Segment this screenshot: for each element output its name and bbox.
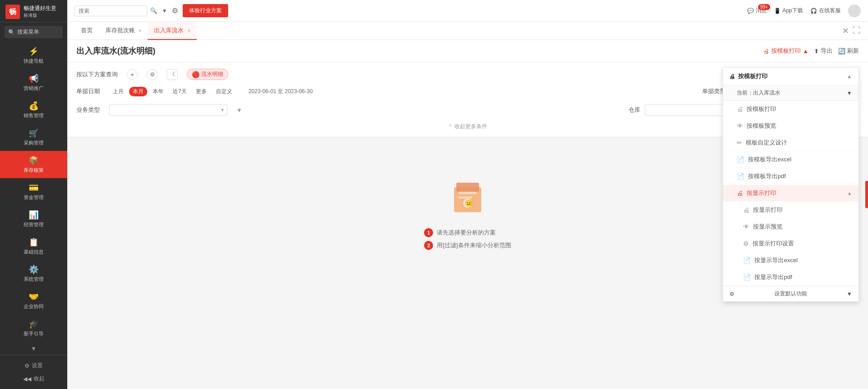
filter-collapse-button[interactable]: 《: [167, 69, 178, 80]
date-tab-this-month[interactable]: 本月: [129, 87, 147, 96]
biz-type-select-wrapper: [109, 104, 227, 116]
search-menu-button[interactable]: 🔍 搜索菜单: [5, 26, 63, 38]
tab-expand: ✕ ⛶: [842, 26, 861, 36]
sidebar-item-system[interactable]: ⚙️ 系统管理: [0, 260, 67, 287]
dropdown-item-display-print-settings[interactable]: ⚙ 按显示打印设置: [723, 235, 858, 252]
customer-service-button[interactable]: 🎧 在线客服: [810, 7, 841, 15]
topbar-search-icon[interactable]: 🔍: [150, 7, 157, 14]
topbar-search: 🔍: [75, 5, 157, 16]
biz-type-dropdown-icon[interactable]: ▼: [236, 107, 242, 114]
sidebar-scroll-down-button[interactable]: ▼: [0, 342, 67, 355]
dropdown-current-item[interactable]: 当前：出入库流水 ▼: [723, 85, 858, 101]
sidebar-item-finance[interactable]: 💳 资金管理: [0, 178, 67, 205]
empty-steps: 1 请先选择要分析的方案 2 用[过滤]条件来缩小分析范围: [424, 228, 511, 250]
dropdown-footer-settings-icon: ⚙: [729, 291, 734, 297]
filter-flow-detail-tag[interactable]: 🔴 流水明细: [187, 69, 228, 80]
dropdown-pdf-icon-1: 📄: [737, 173, 744, 180]
dropdown-item-display-preview[interactable]: 👁 按显示预览: [723, 219, 858, 235]
messages-button[interactable]: 💬 消息 99+: [747, 7, 767, 15]
sidebar-item-purchase[interactable]: 🛒 采购管理: [0, 124, 67, 151]
svg-text:😐: 😐: [465, 199, 473, 207]
topbar-dropdown-arrow[interactable]: ▼: [162, 8, 167, 14]
sidebar-item-quick-nav[interactable]: ⚡ 快捷导航: [0, 42, 67, 69]
dropdown-item-display-print[interactable]: 🖨 按显示打印: [723, 202, 858, 219]
dropdown-footer-settings[interactable]: ⚙ 设置默认功能 ▼: [723, 286, 858, 301]
page-title: 出入库流水(流水明细): [76, 45, 155, 56]
app-logo-icon: 畅: [5, 5, 20, 19]
guide-icon: 🎓: [29, 319, 39, 329]
headset-icon: 🎧: [810, 8, 817, 14]
template-print-button[interactable]: 🖨 按模板打印 ▲: [763, 47, 808, 55]
dropdown-item-template-preview[interactable]: 👁 按模板预览: [723, 118, 858, 135]
main-content: 🔍 ▼ ⚙ 体验行业方案 💬 消息 99+ 📱 App下载 🎧 在线: [67, 0, 868, 389]
tab-expand-icon[interactable]: ⛶: [853, 26, 861, 35]
dropdown-preview-icon-1: 👁: [737, 122, 743, 130]
tab-inout-flow-close[interactable]: ×: [187, 28, 190, 33]
sidebar-item-basic[interactable]: 📋 基础信息: [0, 233, 67, 260]
sidebar-item-guide[interactable]: 🎓 新手引导: [0, 314, 67, 342]
tab-batch-account-close[interactable]: ×: [139, 28, 141, 33]
printer-icon: 🖨: [763, 48, 769, 55]
page-header: 出入库流水(流水明细) 🖨 按模板打印 ▲ ⬆ 导出 🔄 刷新: [67, 40, 868, 62]
dropdown-item-template-export-excel[interactable]: 📄 按模板导出excel: [723, 151, 858, 168]
export-button[interactable]: ⬆ 导出: [814, 47, 833, 55]
tabs-bar: 首页 库存批次账 × 出入库流水 × ✕ ⛶: [67, 22, 868, 40]
sidebar-item-inventory[interactable]: 📦 库存核算: [0, 151, 67, 178]
dropdown-collapse-icon[interactable]: ▲: [847, 73, 852, 80]
filter-add-button[interactable]: +: [127, 69, 138, 80]
operation-icon: 📊: [29, 210, 39, 220]
phone-icon: 📱: [774, 8, 781, 14]
dropdown-excel-icon-2: 📄: [743, 257, 751, 264]
dropdown-item-template-print[interactable]: 🖨 按模板打印: [723, 101, 858, 118]
basic-icon: 📋: [29, 237, 39, 247]
refresh-button[interactable]: 🔄 刷新: [838, 47, 859, 55]
date-tab-more[interactable]: 更多: [192, 87, 210, 96]
date-tab-last-month[interactable]: 上月: [109, 87, 127, 96]
dropdown-title: 🖨 按模板打印: [729, 72, 768, 80]
filter-section-label: 按以下方案查询: [76, 70, 118, 79]
sidebar-item-enterprise[interactable]: 🤝 企业协同: [0, 287, 67, 314]
search-icon: 🔍: [8, 29, 15, 35]
topbar-left: 🔍 ▼ ⚙ 体验行业方案: [75, 4, 228, 17]
topbar-search-input[interactable]: [75, 5, 147, 16]
dropdown-group-arrow: ▲: [847, 190, 852, 196]
dropdown-printer-icon-3: 🖨: [743, 206, 749, 214]
step-1-number: 1: [424, 228, 433, 237]
user-avatar[interactable]: [848, 5, 861, 17]
sidebar-settings-button[interactable]: ⚙ 设置: [0, 359, 67, 372]
tab-home[interactable]: 首页: [75, 22, 99, 40]
topbar-gear-icon[interactable]: ⚙: [172, 6, 178, 15]
tab-inout-flow[interactable]: 出入库流水 ×: [148, 22, 196, 40]
template-print-dropdown: 🖨 按模板打印 ▲ 当前：出入库流水 ▼ 🖨 按模板打印 👁 按模板预览: [723, 67, 859, 302]
tab-close-all-icon[interactable]: ✕: [842, 26, 849, 36]
dropdown-item-display-export-excel[interactable]: 📄 按显示导出excel: [723, 252, 858, 269]
industry-solution-button[interactable]: 体验行业方案: [183, 4, 228, 17]
tab-batch-account[interactable]: 库存批次账 ×: [99, 22, 148, 40]
sidebar-settings-icon: ⚙: [25, 363, 30, 369]
biz-type-select[interactable]: [109, 104, 227, 116]
right-edge-handle[interactable]: [865, 181, 868, 208]
svg-rect-2: [459, 192, 477, 194]
svg-rect-1: [456, 183, 479, 192]
sidebar-item-sales[interactable]: 💰 销售管理: [0, 96, 67, 124]
dropdown-printer-icon-1: 🖨: [737, 105, 743, 113]
filter-setting-button[interactable]: ⚙: [147, 69, 158, 80]
dropdown-item-template-custom[interactable]: ✏ 模板自定义设计: [723, 135, 858, 151]
finance-icon: 💳: [29, 183, 39, 193]
app-download-button[interactable]: 📱 App下载: [774, 7, 803, 15]
sidebar-item-marketing[interactable]: 📢 营销推广: [0, 69, 67, 96]
dropdown-printer-icon-2: 🖨: [737, 190, 743, 197]
sidebar-logo: 畅 畅捷通好生意 标准版: [0, 0, 67, 22]
date-tab-7days[interactable]: 近7天: [169, 87, 190, 96]
date-tab-custom[interactable]: 自定义: [212, 87, 236, 96]
dropdown-item-display-export-pdf[interactable]: 📄 按显示导出pdf: [723, 269, 858, 286]
sidebar-collapse-button[interactable]: ◀◀ 收起: [0, 372, 67, 385]
empty-step-2: 2 用[过滤]条件来缩小分析范围: [424, 241, 511, 250]
app-logo-text: 畅捷通好生意 标准版: [24, 5, 56, 19]
sidebar-item-operation[interactable]: 📊 经营管理: [0, 205, 67, 233]
dropdown-item-display-print-group[interactable]: 🖨 按显示打印 ▲: [723, 185, 858, 202]
dropdown-item-template-export-pdf[interactable]: 📄 按模板导出pdf: [723, 168, 858, 185]
empty-state-icon: 😐: [445, 174, 490, 219]
date-tab-this-year[interactable]: 本年: [149, 87, 167, 96]
topbar-right: 💬 消息 99+ 📱 App下载 🎧 在线客服: [747, 5, 861, 17]
